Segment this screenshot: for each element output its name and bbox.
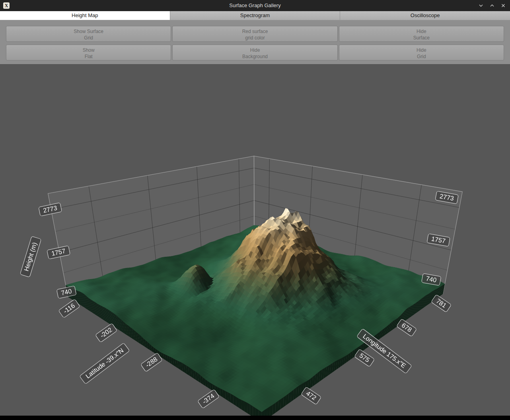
surface-grid-color-button[interactable]: Red surface grid color [172,26,337,42]
tab-oscilloscope[interactable]: Oscilloscope [340,11,510,20]
chevron-down-icon [478,3,484,8]
close-icon [500,3,506,8]
maximize-window-button[interactable] [489,2,496,9]
controls-panel: Show Surface Grid Red surface grid color… [0,20,510,64]
close-window-button[interactable] [500,2,507,9]
show-surface-grid-button[interactable]: Show Surface Grid [6,26,171,42]
app-window: 7407401757175727732773-116-202-288-37478… [0,0,510,420]
window-controls [477,0,507,11]
title-bar[interactable]: Surface Graph Gallery X [0,0,510,11]
screen-edge-strip [0,416,510,420]
hide-background-button[interactable]: Hide Background [172,45,337,61]
tab-spectrogram[interactable]: Spectrogram [170,11,341,20]
tab-bar: Height Map Spectrogram Oscilloscope [0,11,510,20]
window-title: Surface Graph Gallery [0,0,510,11]
hide-grid-button[interactable]: Hide Grid [339,45,504,61]
hide-surface-button[interactable]: Hide Surface [339,26,504,42]
app-icon: X [3,2,10,9]
tab-height-map[interactable]: Height Map [0,11,170,20]
chevron-up-icon [489,3,495,8]
show-flat-button[interactable]: Show Flat [6,45,171,61]
shade-window-button[interactable] [477,2,485,9]
